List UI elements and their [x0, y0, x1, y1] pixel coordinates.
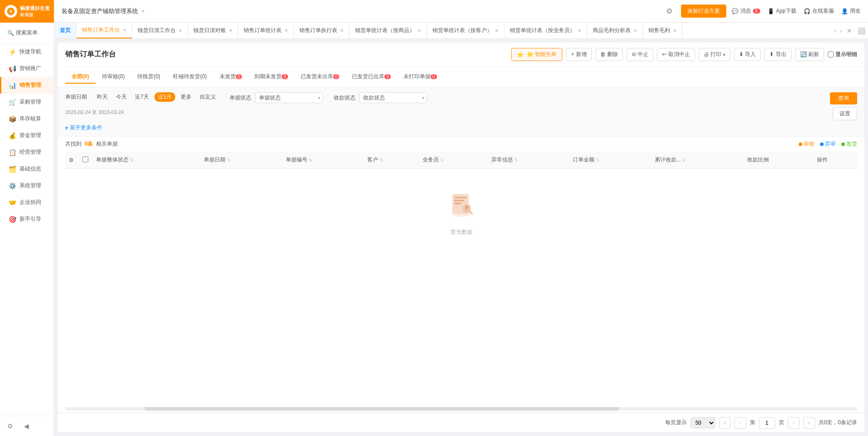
date-btn-custom[interactable]: 自定义	[197, 92, 219, 102]
solution-btn[interactable]: 体验行业方案	[681, 5, 726, 18]
sidebar-item-marketing[interactable]: 📢 营销推广	[0, 60, 54, 77]
scrollbar-thumb[interactable]	[144, 407, 619, 411]
search-menu-btn[interactable]: 🔍 搜索菜单	[4, 26, 50, 39]
sidebar-item-inventory[interactable]: 📦 库存核算	[0, 110, 54, 127]
tab-close-sales-stat-customer[interactable]: ✕	[495, 28, 499, 33]
quick-action-review[interactable]: 审核	[799, 140, 815, 148]
tab-sales-gross[interactable]: 销售毛利 ✕	[643, 23, 682, 38]
tab-close-sales-gross[interactable]: ✕	[673, 28, 676, 33]
user-menu-btn[interactable]: 👤 用友	[841, 7, 861, 15]
date-btn-yesterday[interactable]: 昨天	[94, 92, 110, 102]
tab-close-product-margin[interactable]: ✕	[633, 28, 637, 33]
tab-close-sales-stat-product[interactable]: ✕	[417, 28, 421, 33]
export-btn[interactable]: ⬆ 导出	[764, 48, 791, 61]
tab-maximize[interactable]: ⬜	[855, 27, 868, 34]
tab-sales-exec[interactable]: 销售订单执行表 ✕	[294, 23, 350, 38]
page-size-select[interactable]: 50 10 20 100	[691, 417, 715, 428]
refresh-btn[interactable]: 🔄 刷新	[795, 48, 824, 61]
th-checkbox[interactable]	[79, 152, 92, 169]
show-detail-checkbox[interactable]	[828, 52, 834, 57]
sidebar-settings-btn[interactable]: ⚙	[4, 420, 16, 432]
select-all-checkbox[interactable]	[82, 156, 88, 162]
smart-create-btn[interactable]: ⭐ 🌟 智能生单	[511, 48, 562, 61]
delete-btn[interactable]: 🗑 删除	[595, 48, 623, 61]
sidebar-item-guide[interactable]: 🎯 新手引导	[0, 211, 54, 227]
messages-btn[interactable]: 💬 消息 6	[732, 7, 760, 15]
tab-close-sales-exec[interactable]: ✕	[340, 28, 344, 33]
tab-nav-next[interactable]: ›	[838, 27, 844, 34]
sidebar-item-basic[interactable]: 🗂️ 基础信息	[0, 161, 54, 177]
filter-tab-not-shipped[interactable]: 未发货0	[213, 71, 249, 84]
th-amount[interactable]: 订单金额	[569, 152, 651, 169]
th-received[interactable]: 累计收款...	[651, 152, 744, 169]
tab-close-sales-stat-staff[interactable]: ✕	[578, 28, 581, 33]
th-settings[interactable]: ⚙	[65, 152, 79, 169]
tab-close-cash-reconcile[interactable]: ✕	[229, 28, 232, 33]
sidebar-item-sales[interactable]: 📊 销售管理	[0, 77, 54, 94]
filter-tab-expired[interactable]: 到期未发货0	[248, 71, 294, 84]
th-date[interactable]: 单据日期	[200, 152, 282, 169]
tab-product-margin[interactable]: 商品毛利分析表 ✕	[587, 23, 643, 38]
sidebar-item-purchase[interactable]: 🛒 采购管理	[0, 94, 54, 110]
tab-close-sales-order[interactable]: ✕	[123, 28, 126, 33]
th-staff[interactable]: 业务员	[419, 152, 487, 169]
new-btn[interactable]: + 新增	[566, 48, 591, 61]
query-btn[interactable]: 查询	[830, 92, 857, 104]
expand-filter-btn[interactable]: ▾ 展开更多条件	[65, 124, 857, 132]
filter-tab-shipped-stocked[interactable]: 已发货已出库0	[345, 71, 397, 84]
sidebar-item-enterprise[interactable]: 🤝 企业协同	[0, 194, 54, 211]
date-btn-7days[interactable]: 近7天	[132, 92, 152, 102]
filter-tab-pending-pickup[interactable]: 待拣货(0)	[131, 71, 167, 84]
tab-sales-stat-product[interactable]: 销货单统计表（按商品） ✕	[350, 23, 427, 38]
print-dropdown-icon[interactable]: ▾	[723, 52, 725, 57]
th-exception[interactable]: 异常信息	[488, 152, 569, 169]
date-btn-today[interactable]: 今天	[113, 92, 129, 102]
tab-cash-reconcile[interactable]: 钱货日清对账 ✕	[188, 23, 238, 38]
cancel-stop-btn[interactable]: ↩ 取消中止	[657, 48, 695, 61]
tab-nav-prev[interactable]: ‹	[833, 27, 839, 34]
sidebar-item-system[interactable]: ⚙️ 系统管理	[0, 177, 54, 194]
filter-tab-shipped-not-stocked[interactable]: 已发货未出库0	[294, 71, 346, 84]
tab-sales-stat[interactable]: 销售订单统计表 ✕	[238, 23, 294, 38]
prev-page-btn[interactable]: ‹	[734, 417, 746, 429]
quick-action-ship[interactable]: 发货	[841, 140, 857, 148]
filter-tab-pending-review[interactable]: 待审核(0)	[96, 71, 131, 84]
sidebar-item-quick-nav[interactable]: ⚡ 快捷导航	[0, 43, 54, 60]
page-number-input[interactable]	[759, 417, 775, 429]
tab-sales-stat-customer[interactable]: 销货单统计表（按客户） ✕	[427, 23, 504, 38]
next-page-btn[interactable]: ›	[788, 417, 800, 429]
first-page-btn[interactable]: «	[719, 417, 731, 429]
filter-tab-not-printed[interactable]: 未打印单据0	[397, 71, 443, 84]
sidebar-item-finance[interactable]: 💰 资金管理	[0, 127, 54, 144]
stop-btn[interactable]: ⊘ 中止	[627, 48, 653, 61]
online-service-btn[interactable]: 🎧 在线客服	[804, 7, 834, 15]
import-btn[interactable]: ⬇ 导入	[734, 48, 761, 61]
show-detail-label[interactable]: 显示明细	[828, 51, 857, 58]
tab-close-cash-daily[interactable]: ✕	[178, 28, 182, 33]
last-page-btn[interactable]: »	[803, 417, 815, 429]
quick-action-cancel-review[interactable]: 弃审	[820, 140, 836, 148]
th-status[interactable]: 单据整体状态	[92, 152, 200, 169]
th-number[interactable]: 单据编号	[282, 152, 364, 169]
tab-sales-order[interactable]: 销售订单工作台 ✕	[77, 23, 132, 38]
topbar-settings-btn[interactable]: ⚙	[663, 5, 676, 18]
tab-sales-stat-staff[interactable]: 销货单统计表（按业务员） ✕	[504, 23, 587, 38]
date-btn-more[interactable]: 更多	[178, 92, 194, 102]
status-select[interactable]: 单据状态	[255, 92, 323, 103]
app-download-btn[interactable]: 📱 App下载	[767, 7, 796, 15]
sidebar-item-operations[interactable]: 📋 经营管理	[0, 144, 54, 161]
set-btn[interactable]: 设置	[833, 107, 857, 120]
tab-cash-daily[interactable]: 钱货日清工作台 ✕	[132, 23, 188, 38]
print-btn[interactable]: 🖨 打印 ▾	[699, 48, 730, 61]
payment-select[interactable]: 收款状态	[359, 92, 427, 103]
topbar-dropdown-arrow[interactable]: ▾	[142, 9, 144, 14]
date-btn-1month[interactable]: 近1月	[154, 92, 176, 102]
tab-close-all[interactable]: ✕	[844, 27, 855, 34]
tab-home[interactable]: 首页	[54, 23, 77, 38]
horizontal-scrollbar[interactable]	[65, 407, 857, 411]
th-customer[interactable]: 客户	[364, 152, 419, 169]
filter-tab-wangpu[interactable]: 旺铺待发货(0)	[167, 71, 213, 84]
tab-close-sales-stat[interactable]: ✕	[284, 28, 288, 33]
filter-tab-all[interactable]: 全部(0)	[65, 71, 96, 84]
sidebar-collapse-btn[interactable]: ◀	[20, 420, 33, 432]
